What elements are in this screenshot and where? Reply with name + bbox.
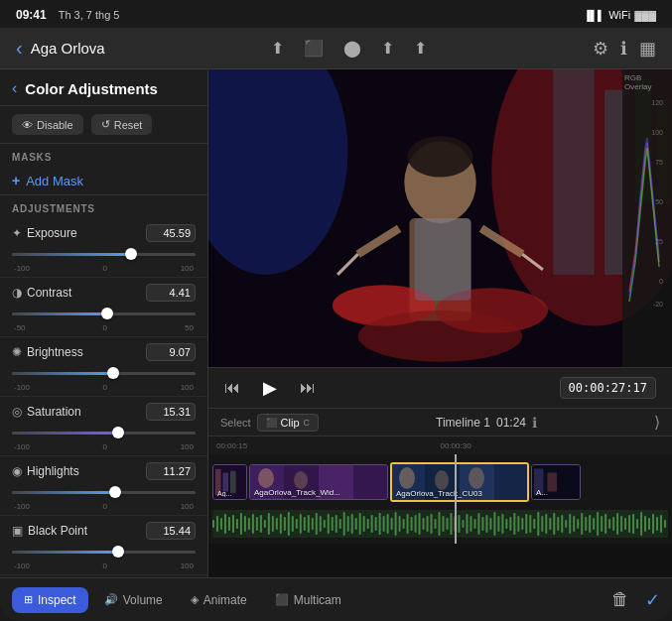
panel-back-button[interactable]: ‹	[12, 79, 17, 97]
svg-rect-122	[505, 519, 507, 529]
svg-rect-138	[569, 514, 571, 534]
highlights-slider[interactable]	[12, 484, 196, 500]
clip-1[interactable]: Ag...	[212, 464, 247, 500]
timeline-area[interactable]: Ag... AgaOrlova_Track_Wid...	[208, 454, 672, 544]
volume-icon: 🔊	[104, 593, 118, 606]
svg-rect-135	[557, 517, 559, 531]
settings-icon[interactable]: ⚙	[593, 38, 608, 60]
eye-icon: 👁	[22, 119, 33, 131]
ruler-mark-1: 00:00:15	[216, 441, 247, 450]
svg-rect-59	[256, 517, 258, 531]
svg-rect-155	[636, 519, 638, 529]
svg-rect-72	[308, 515, 310, 533]
nav-back-button[interactable]: ‹	[16, 37, 23, 60]
svg-rect-82	[347, 516, 349, 532]
svg-rect-149	[612, 517, 614, 531]
svg-rect-153	[628, 515, 630, 533]
svg-rect-71	[304, 517, 306, 531]
adjustments-section-label: ADJUSTMENTS	[0, 195, 207, 218]
svg-rect-62	[268, 513, 270, 535]
svg-rect-52	[228, 517, 230, 531]
status-time: 09:41	[16, 8, 47, 22]
info-icon[interactable]: ℹ	[620, 38, 627, 60]
disable-button[interactable]: 👁 Disable	[12, 114, 83, 135]
exposure-min: -100	[14, 264, 30, 273]
skip-forward-button[interactable]: ⏭	[300, 379, 316, 397]
adjustment-exposure: ✦ Exposure -100 0 100	[0, 218, 207, 278]
animate-icon: ◈	[191, 593, 199, 606]
svg-rect-148	[608, 519, 610, 529]
brightness-icon: ✺	[12, 345, 22, 359]
clip-badge[interactable]: ⬛ Clip C	[257, 414, 319, 432]
saturation-slider[interactable]	[12, 425, 196, 440]
svg-rect-146	[601, 516, 603, 532]
clip-badge-label: Clip	[281, 417, 300, 429]
delete-button[interactable]: 🗑	[611, 589, 629, 610]
video-track: Ag... AgaOrlova_Track_Wid...	[208, 458, 672, 506]
svg-rect-154	[632, 514, 634, 534]
saturation-value[interactable]	[146, 403, 196, 421]
skip-back-button[interactable]: ⏮	[224, 379, 240, 397]
exposure-icon: ✦	[12, 226, 22, 240]
svg-rect-151	[620, 516, 622, 532]
svg-rect-131	[541, 516, 543, 532]
svg-rect-124	[513, 513, 515, 535]
svg-rect-129	[533, 519, 535, 529]
exposure-mid: 0	[103, 264, 107, 273]
svg-rect-119	[493, 512, 495, 536]
reset-button[interactable]: ↺ Reset	[91, 114, 153, 135]
play-button[interactable]: ▶	[256, 374, 284, 402]
exposure-label: Exposure	[27, 226, 77, 240]
svg-rect-101	[423, 518, 425, 530]
svg-text:-20: -20	[653, 301, 663, 308]
video-scene-svg	[208, 69, 672, 367]
tab-animate[interactable]: ◈ Animate	[179, 587, 259, 613]
clip-4[interactable]: A...	[531, 464, 581, 500]
svg-text:100: 100	[651, 129, 663, 136]
upload-icon[interactable]: ⬆	[271, 39, 284, 58]
contrast-value[interactable]	[146, 284, 196, 302]
exposure-value[interactable]	[146, 224, 196, 242]
histogram-panel: RGB Overlay 120 100 75 50 25 0 -20	[622, 69, 672, 367]
brightness-slider[interactable]	[12, 365, 196, 381]
svg-rect-81	[343, 512, 345, 536]
audio-waveform-svg	[212, 510, 668, 538]
add-mask-button[interactable]: + Add Mask	[0, 167, 207, 195]
layout-icon[interactable]: ▦	[639, 38, 656, 60]
share-icon[interactable]: ⬆	[414, 39, 427, 58]
clip-1-label: Ag...	[217, 490, 242, 497]
svg-rect-74	[316, 513, 318, 535]
add-mask-label: Add Mask	[26, 174, 83, 188]
svg-rect-84	[355, 518, 357, 530]
exposure-slider[interactable]	[12, 246, 196, 262]
svg-rect-158	[648, 518, 650, 530]
tab-multicam[interactable]: ⬛ Multicam	[263, 587, 353, 613]
svg-rect-89	[375, 517, 377, 531]
highlights-value[interactable]	[146, 462, 196, 480]
camera-icon[interactable]: ⬛	[304, 39, 324, 58]
svg-rect-95	[399, 516, 401, 532]
timeline-expand-button[interactable]: ⟩	[654, 413, 660, 432]
tab-volume[interactable]: 🔊 Volume	[92, 587, 175, 613]
blackpoint-slider[interactable]	[12, 544, 196, 559]
mic-icon[interactable]: ⬤	[343, 39, 361, 58]
svg-rect-107	[446, 518, 448, 530]
svg-rect-120	[497, 516, 499, 532]
blackpoint-value[interactable]	[146, 522, 196, 540]
svg-rect-98	[411, 517, 413, 531]
clip-2[interactable]: AgaOrlova_Track_Wid...	[249, 464, 388, 500]
timeline-info-icon[interactable]: ℹ	[532, 415, 537, 431]
contrast-slider[interactable]	[12, 306, 196, 321]
disable-label: Disable	[37, 119, 73, 131]
top-nav: ‹ Aga Orlova ⬆ ⬛ ⬤ ⬆ ⬆ ⚙ ℹ ▦	[0, 28, 672, 69]
tab-inspect[interactable]: ⊞ Inspect	[12, 587, 88, 613]
svg-rect-123	[509, 517, 511, 531]
svg-text:0: 0	[659, 278, 663, 285]
brightness-value[interactable]	[146, 343, 196, 361]
highlights-label: Highlights	[27, 464, 79, 478]
svg-rect-50	[220, 518, 222, 530]
location-icon[interactable]: ⬆	[381, 39, 394, 58]
clip-3[interactable]: AgaOrlova_Track_CU03	[390, 462, 529, 502]
svg-rect-78	[332, 517, 334, 531]
confirm-button[interactable]: ✓	[645, 589, 660, 611]
